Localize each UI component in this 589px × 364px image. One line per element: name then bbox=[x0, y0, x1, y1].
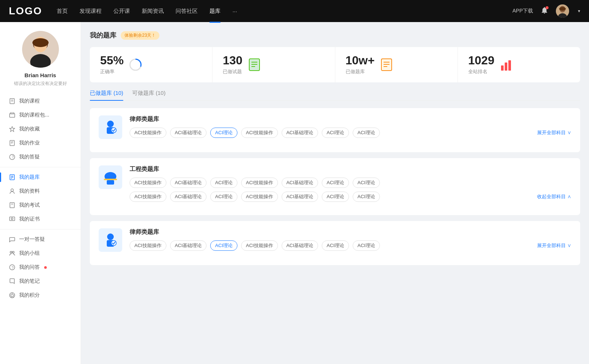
tag-item[interactable]: ACI理论 bbox=[322, 178, 349, 188]
sidebar-item-label: 我的课程 bbox=[19, 98, 40, 104]
tag-item[interactable]: ACI理论 bbox=[353, 178, 380, 188]
tag-item[interactable]: ACI理论 bbox=[322, 192, 349, 202]
tag-item[interactable]: ACI技能操作 bbox=[130, 178, 166, 188]
tag-item[interactable]: ACI基础理论 bbox=[282, 178, 318, 188]
user-avatar[interactable] bbox=[556, 4, 569, 18]
stat-done-banks: 10w+ 已做题库 bbox=[335, 47, 458, 82]
svg-rect-50 bbox=[501, 65, 504, 71]
sidebar-item-label: 我的资料 bbox=[19, 188, 40, 195]
tag-item[interactable]: ACI技能操作 bbox=[130, 240, 166, 251]
navbar: LOGO 首页 发现课程 公开课 新闻资讯 问答社区 题库 ··· APP下载 … bbox=[0, 0, 589, 22]
stat-rank: 1029 全站排名 bbox=[458, 47, 580, 82]
stat-value-rank: 1029 bbox=[468, 54, 494, 66]
tag-item[interactable]: ACI基础理论 bbox=[170, 192, 207, 202]
trial-badge: 体验剩余23天！ bbox=[121, 31, 159, 40]
notification-dot bbox=[546, 6, 549, 9]
tag-item[interactable]: ACI技能操作 bbox=[241, 240, 278, 251]
sidebar-item-points[interactable]: 我的积分 bbox=[0, 288, 81, 302]
tag-item-active[interactable]: ACI理论 bbox=[210, 128, 237, 138]
collapse-link-2[interactable]: 收起全部科目 ∧ bbox=[537, 193, 571, 200]
sidebar-item-label: 我的考试 bbox=[19, 202, 40, 208]
sidebar-item-label: 我的收藏 bbox=[19, 126, 40, 132]
tag-item[interactable]: ACI技能操作 bbox=[241, 128, 278, 138]
tag-item[interactable]: ACI基础理论 bbox=[170, 178, 207, 188]
tag-item-active[interactable]: ACI理论 bbox=[210, 240, 237, 251]
myqa-notification-dot bbox=[44, 266, 47, 269]
tab-available[interactable]: 可做题库 (10) bbox=[132, 90, 166, 100]
courses-icon bbox=[9, 98, 15, 104]
svg-text:?: ? bbox=[12, 266, 14, 270]
tag-item[interactable]: ACI理论 bbox=[210, 178, 237, 188]
sidebar-item-profile[interactable]: 我的资料 bbox=[0, 184, 81, 198]
nav-news[interactable]: 新闻资讯 bbox=[142, 6, 164, 16]
svg-point-4 bbox=[559, 7, 566, 11]
user-menu-chevron[interactable]: ▾ bbox=[578, 8, 580, 14]
stat-value-correctrate: 55% bbox=[100, 54, 124, 66]
qbank-icon bbox=[9, 174, 15, 181]
tag-item[interactable]: ACI理论 bbox=[322, 128, 349, 138]
sidebar-item-myqa[interactable]: ? 我的问答 bbox=[0, 260, 81, 274]
tag-item[interactable]: ACI技能操作 bbox=[130, 128, 166, 138]
sidebar-item-label: 我的答疑 bbox=[19, 154, 40, 160]
tag-item[interactable]: ACI理论 bbox=[322, 240, 349, 251]
svg-marker-16 bbox=[10, 126, 15, 132]
tag-item[interactable]: ACI技能操作 bbox=[241, 192, 278, 202]
tag-item[interactable]: ACI基础理论 bbox=[170, 240, 207, 251]
notification-bell[interactable] bbox=[540, 6, 549, 16]
nav-home[interactable]: 首页 bbox=[57, 6, 68, 16]
sidebar-item-label: 我的作业 bbox=[19, 140, 40, 146]
qbank-tags-1: ACI技能操作 ACI基础理论 ACI理论 ACI技能操作 ACI基础理论 AC… bbox=[130, 128, 380, 138]
tag-item[interactable]: ACI理论 bbox=[353, 128, 380, 138]
sidebar-item-courses[interactable]: 我的课程 bbox=[0, 94, 81, 108]
svg-text:?: ? bbox=[12, 155, 14, 159]
qbank-tags-row2: ACI技能操作 ACI基础理论 ACI理论 ACI技能操作 ACI基础理论 AC… bbox=[130, 192, 380, 202]
nav-more[interactable]: ··· bbox=[232, 7, 237, 16]
qbank-lawyer-icon-1 bbox=[99, 115, 122, 139]
sidebar-item-cert[interactable]: 我的证书 bbox=[0, 212, 81, 226]
nav-qbank[interactable]: 题库 bbox=[209, 6, 221, 16]
svg-point-30 bbox=[11, 218, 13, 220]
qbank-card-header-1: 律师类题库 ACI技能操作 ACI基础理论 ACI理论 ACI技能操作 ACI基… bbox=[99, 115, 571, 139]
sidebar-item-qbank[interactable]: 我的题库 bbox=[0, 170, 81, 184]
profile-icon bbox=[9, 188, 15, 195]
svg-point-60 bbox=[107, 233, 114, 240]
tag-item[interactable]: ACI基础理论 bbox=[282, 192, 318, 202]
tag-item[interactable]: ACI理论 bbox=[353, 192, 380, 202]
tag-item[interactable]: ACI理论 bbox=[210, 192, 237, 202]
sidebar-item-qa[interactable]: ? 我的答疑 bbox=[0, 150, 81, 164]
sidebar-item-1on1[interactable]: 一对一答疑 bbox=[0, 232, 81, 246]
nav-qa[interactable]: 问答社区 bbox=[176, 6, 198, 16]
tag-item[interactable]: ACI基础理论 bbox=[282, 128, 318, 138]
sidebar-item-exam[interactable]: 我的考试 bbox=[0, 198, 81, 212]
tag-item[interactable]: ACI基础理论 bbox=[282, 240, 318, 251]
tab-done[interactable]: 已做题库 (10) bbox=[90, 90, 123, 100]
qbank-card-header-2: 工程类题库 ACI技能操作 ACI基础理论 ACI理论 ACI技能操作 ACI基… bbox=[99, 165, 571, 202]
tag-item[interactable]: ACI技能操作 bbox=[130, 192, 166, 202]
stat-label-correctrate: 正确率 bbox=[100, 68, 124, 75]
sidebar-item-favorites[interactable]: 我的收藏 bbox=[0, 122, 81, 136]
svg-rect-59 bbox=[107, 180, 114, 185]
sidebar-item-label: 我的小组 bbox=[19, 250, 40, 257]
sidebar-item-notes[interactable]: 我的笔记 bbox=[0, 274, 81, 288]
correctrate-icon bbox=[129, 58, 142, 71]
stat-correct-rate: 55% 正确率 bbox=[90, 47, 212, 82]
svg-point-53 bbox=[107, 121, 114, 127]
sidebar-divider2 bbox=[0, 229, 81, 229]
nav-opencourse[interactable]: 公开课 bbox=[113, 6, 130, 16]
tag-item[interactable]: ACI理论 bbox=[353, 240, 380, 251]
stat-value-donequestions: 130 bbox=[223, 54, 242, 66]
donequestions-icon bbox=[248, 58, 261, 71]
app-download-link[interactable]: APP下载 bbox=[512, 8, 533, 14]
tag-item[interactable]: ACI基础理论 bbox=[170, 128, 207, 138]
logo[interactable]: LOGO bbox=[9, 5, 42, 17]
sidebar-item-course-package[interactable]: 我的课程包... bbox=[0, 108, 81, 122]
sidebar-item-group[interactable]: 我的小组 bbox=[0, 246, 81, 260]
nav-discover[interactable]: 发现课程 bbox=[80, 6, 102, 16]
stat-label-rank: 全站排名 bbox=[468, 68, 494, 75]
tag-item[interactable]: ACI技能操作 bbox=[241, 178, 278, 188]
myqa-icon: ? bbox=[9, 264, 15, 271]
sidebar-item-homework[interactable]: 我的作业 bbox=[0, 136, 81, 150]
expand-link-3[interactable]: 展开全部科目 ∨ bbox=[537, 242, 571, 249]
expand-link-1[interactable]: 展开全部科目 ∨ bbox=[537, 129, 571, 136]
sidebar-motto: 错误的决定比没有决定要好 bbox=[8, 81, 73, 87]
